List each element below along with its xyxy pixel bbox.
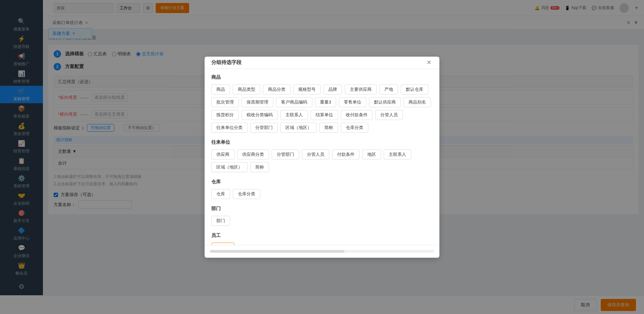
field-tags-1: 供应商供应商分类分管部门分管人员付款条件地区主联系人区域（地区）简称	[211, 149, 433, 172]
field-tag-2-0[interactable]: 仓库	[211, 189, 230, 199]
field-tag-1-5[interactable]: 地区	[362, 149, 381, 160]
field-tag-4-0[interactable]: 业务员	[211, 243, 234, 245]
field-tag-0-16[interactable]: 税收分类编码	[241, 110, 278, 120]
field-tag-0-22[interactable]: 分管部门	[250, 123, 278, 133]
field-tag-2-1[interactable]: 仓库分类	[233, 189, 260, 199]
field-tag-0-13[interactable]: 默认供应商	[369, 97, 401, 107]
field-section-title-3: 部门	[211, 206, 433, 212]
field-tag-0-3[interactable]: 规格型号	[293, 84, 321, 95]
field-tag-0-23[interactable]: 区域（地区）	[280, 123, 317, 133]
field-tag-0-5[interactable]: 主要供应商	[345, 84, 377, 95]
field-tag-1-3[interactable]: 分管人员	[302, 149, 329, 160]
field-tag-0-2[interactable]: 商品分类	[263, 84, 290, 95]
field-tag-0-14[interactable]: 商品别名	[404, 97, 431, 107]
field-tag-0-15[interactable]: 拣货积分	[211, 110, 239, 120]
field-section-title-0: 商品	[211, 74, 433, 80]
field-tag-1-8[interactable]: 简称	[250, 162, 269, 172]
field-tag-0-12[interactable]: 零售单位	[339, 97, 366, 107]
field-tag-0-21[interactable]: 往来单位分类	[211, 123, 248, 133]
field-tag-0-25[interactable]: 仓库分类	[341, 123, 368, 133]
modal-dialog: 分组待选字段 ✕ 商品商品商品类型商品分类规格型号品牌主要供应商产地默认仓库批次…	[205, 57, 439, 258]
field-tag-1-2[interactable]: 分管部门	[272, 149, 299, 160]
field-tag-1-7[interactable]: 区域（地区）	[211, 162, 248, 172]
field-tag-1-1[interactable]: 供应商分类	[237, 149, 269, 160]
field-tag-0-18[interactable]: 结算单位	[311, 110, 338, 120]
field-section-4: 员工业务员	[211, 233, 433, 245]
field-tag-0-11[interactable]: 重量3	[315, 97, 336, 107]
field-section-title-4: 员工	[211, 233, 433, 239]
modal-header: 分组待选字段 ✕	[205, 57, 439, 69]
field-tag-1-0[interactable]: 供应商	[211, 149, 234, 160]
horizontal-scrollbar[interactable]	[210, 250, 434, 253]
field-tag-3-0[interactable]: 部门	[211, 216, 230, 226]
field-tag-0-9[interactable]: 保质期管理	[241, 97, 273, 107]
modal-close-button[interactable]: ✕	[425, 59, 433, 67]
field-tag-0-20[interactable]: 分管人员	[375, 110, 403, 120]
field-tags-2: 仓库仓库分类	[211, 189, 433, 199]
field-section-1: 往来单位供应商供应商分类分管部门分管人员付款条件地区主联系人区域（地区）简称	[211, 139, 433, 172]
field-tag-0-7[interactable]: 默认仓库	[401, 84, 428, 95]
field-section-3: 部门部门	[211, 206, 433, 226]
field-tag-0-17[interactable]: 主联系人	[280, 110, 308, 120]
field-tags-3: 部门	[211, 216, 433, 226]
field-tag-1-6[interactable]: 主联系人	[384, 149, 411, 160]
field-tag-0-1[interactable]: 商品类型	[233, 84, 260, 95]
field-tag-0-19[interactable]: 收付款条件	[341, 110, 373, 120]
field-tag-0-10[interactable]: 客户商品编码	[276, 97, 312, 107]
field-section-title-2: 仓库	[211, 179, 433, 185]
field-section-2: 仓库仓库仓库分类	[211, 179, 433, 199]
modal-title: 分组待选字段	[211, 59, 241, 66]
field-tag-0-8[interactable]: 批次管理	[211, 97, 239, 107]
field-tag-0-6[interactable]: 产地	[379, 84, 398, 95]
field-tag-0-0[interactable]: 商品	[211, 84, 230, 95]
field-tag-0-4[interactable]: 品牌	[323, 84, 342, 95]
field-tag-1-4[interactable]: 付款条件	[332, 149, 360, 160]
field-tag-0-24[interactable]: 简称	[319, 123, 338, 133]
modal-overlay[interactable]: 分组待选字段 ✕ 商品商品商品类型商品分类规格型号品牌主要供应商产地默认仓库批次…	[0, 0, 644, 314]
modal-footer	[205, 245, 439, 258]
field-tags-4: 业务员	[211, 243, 433, 245]
field-section-title-1: 往来单位	[211, 139, 433, 145]
modal-body: 商品商品商品类型商品分类规格型号品牌主要供应商产地默认仓库批次管理保质期管理客户…	[205, 69, 439, 245]
field-section-0: 商品商品商品类型商品分类规格型号品牌主要供应商产地默认仓库批次管理保质期管理客户…	[211, 74, 433, 133]
field-tags-0: 商品商品类型商品分类规格型号品牌主要供应商产地默认仓库批次管理保质期管理客户商品…	[211, 84, 433, 133]
